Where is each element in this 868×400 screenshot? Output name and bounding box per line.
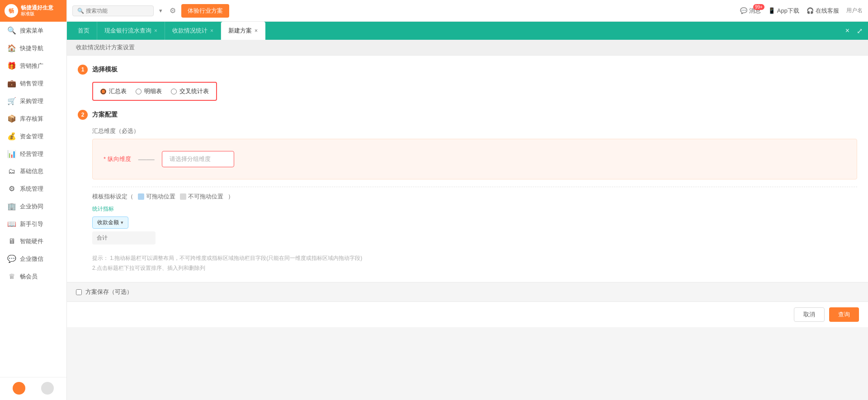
sidebar-item-newbie[interactable]: 📖 新手引导 (0, 215, 66, 233)
radio-cross[interactable]: 交叉统计表 (171, 87, 209, 95)
sidebar-item-purchase[interactable]: 🛒 采购管理 (0, 92, 66, 110)
form-container: 1 选择模板 汇总表 明细表 交叉统计表 2 (67, 56, 868, 282)
sidebar-item-label: 快捷导航 (20, 44, 43, 52)
radio-detail[interactable]: 明细表 (136, 87, 162, 95)
subtotal-row: 合计 (92, 231, 156, 245)
radio-cross-input[interactable] (171, 89, 177, 94)
download-button[interactable]: 📱 App下载 (768, 7, 799, 15)
movable-label: 可拖动位置 (146, 193, 175, 201)
sidebar-item-search-menu[interactable]: 🔍 搜索菜单 (0, 22, 66, 39)
tab-new-plan-label: 新建方案 (228, 27, 252, 35)
metrics-title-end: ） (228, 193, 234, 201)
chip-label: 收款金额 (97, 219, 119, 226)
stats-group: 统计指标 收款金额 ▾ 合计 (92, 204, 857, 245)
tab-stats-close[interactable]: × (210, 28, 213, 34)
config-section: 汇总维度（必选） * 纵向维度 —— 请选择分组维度 模板指标设定（ 可拖动位置 (92, 127, 857, 273)
gear-icon[interactable]: ⚙ (168, 5, 178, 17)
chevron-down-icon[interactable]: ▾ (157, 5, 164, 16)
service-button[interactable]: 🎧 在线客服 (807, 7, 839, 15)
template-selector-box: 汇总表 明细表 交叉统计表 (92, 82, 217, 101)
download-icon: 📱 (768, 7, 775, 14)
logo-title: 畅捷通好生意 (21, 5, 53, 11)
sidebar-item-sales[interactable]: 💼 销售管理 (0, 75, 66, 92)
main-area: 🔍 ▾ ⚙ 体验行业方案 💬 消息 99+ 📱 App下载 🎧 在线客服 用户名 (67, 0, 868, 400)
purchase-icon: 🛒 (7, 97, 16, 105)
step2-label: 方案配置 (92, 111, 118, 119)
tab-close-all-icon[interactable]: × (844, 25, 851, 37)
tab-fullscreen-icon[interactable]: ⤢ (855, 25, 864, 37)
metric-chips-row: 收款金额 ▾ (92, 216, 857, 231)
notification-badge: 99+ (753, 4, 764, 10)
save-checkbox[interactable] (76, 289, 82, 295)
radio-summary-label[interactable]: 汇总表 (109, 87, 127, 95)
sidebar-item-label: 销售管理 (20, 80, 43, 88)
search-menu-icon: 🔍 (7, 26, 16, 35)
radio-detail-label[interactable]: 明细表 (144, 87, 162, 95)
topbar-search-box[interactable]: 🔍 (72, 5, 154, 16)
message-icon: 💬 (740, 7, 747, 14)
sidebar-item-member[interactable]: ♕ 畅会员 (0, 268, 66, 285)
cancel-button[interactable]: 取消 (794, 307, 825, 322)
enterprise-icon: 🏢 (7, 202, 16, 211)
dimension-selector[interactable]: 请选择分组维度 (162, 151, 234, 167)
radio-detail-input[interactable] (136, 89, 142, 94)
sidebar-item-basic-info[interactable]: 🗂 基础信息 (0, 163, 66, 180)
smart-hw-icon: 🖥 (7, 237, 16, 245)
sidebar-item-label: 智能硬件 (20, 237, 43, 245)
dimension-area: * 纵向维度 —— 请选择分组维度 (92, 139, 857, 179)
sidebar-item-wechat[interactable]: 💬 企业微信 (0, 250, 66, 268)
tab-bank-flow[interactable]: 现金银行流水查询 × (97, 22, 165, 40)
tab-home[interactable]: 首页 (71, 22, 97, 40)
search-input[interactable] (86, 8, 140, 14)
sidebar-item-smart-hw[interactable]: 🖥 智能硬件 (0, 233, 66, 250)
operations-icon: 📊 (7, 150, 16, 158)
sidebar-item-system[interactable]: ⚙ 系统管理 (0, 180, 66, 198)
sidebar-item-label: 搜索菜单 (20, 27, 43, 35)
tabbar: 首页 现金银行流水查询 × 收款情况统计 × 新建方案 × × ⤢ (67, 22, 868, 40)
sidebar-item-marketing[interactable]: 🎁 营销推广 (0, 57, 66, 75)
footer-bar: 取消 查询 (67, 301, 868, 327)
username-display: 用户名 (846, 7, 863, 14)
metric-chip-amount[interactable]: 收款金额 ▾ (92, 216, 128, 229)
sidebar-bottom (0, 377, 66, 400)
radio-summary-input[interactable] (100, 89, 106, 94)
sidebar-item-label: 企业微信 (20, 255, 43, 263)
sidebar-item-quick-nav[interactable]: 🏠 快捷导航 (0, 39, 66, 57)
sidebar-item-inventory[interactable]: 📦 库存核算 (0, 110, 66, 127)
metrics-label-row: 模板指标设定（ 可拖动位置 不可拖动位置 ） (92, 193, 857, 201)
logo-text-block: 畅捷通好生意 标准版 (21, 5, 53, 17)
metrics-title-start: 模板指标设定（ (92, 193, 133, 201)
tab-bank-flow-close[interactable]: × (154, 28, 157, 34)
tab-home-label: 首页 (78, 27, 90, 35)
step1-badge: 1 (78, 65, 88, 75)
sidebar-bottom-avatar2[interactable] (41, 382, 54, 395)
sidebar-item-label: 资金管理 (20, 132, 43, 141)
radio-summary[interactable]: 汇总表 (100, 87, 127, 95)
finance-icon: 💰 (7, 132, 16, 141)
page-title: 收款情况统计方案设置 (67, 40, 868, 56)
tab-stats[interactable]: 收款情况统计 × (165, 22, 221, 40)
sidebar-bottom-avatar1[interactable] (13, 382, 25, 395)
trial-button[interactable]: 体验行业方案 (181, 4, 229, 18)
sidebar-item-label: 库存核算 (20, 115, 43, 123)
step2-row: 2 方案配置 (78, 110, 857, 120)
service-label: 在线客服 (816, 7, 839, 15)
query-button[interactable]: 查询 (829, 307, 859, 322)
tab-new-plan[interactable]: 新建方案 × (221, 22, 265, 40)
sidebar-item-finance[interactable]: 💰 资金管理 (0, 127, 66, 145)
notification-button[interactable]: 💬 消息 99+ (740, 7, 761, 15)
metrics-section: 模板指标设定（ 可拖动位置 不可拖动位置 ） 统计指标 (92, 193, 857, 245)
sidebar-item-operations[interactable]: 📊 经营管理 (0, 145, 66, 163)
save-label[interactable]: 方案保存（可选） (85, 288, 132, 296)
inventory-icon: 📦 (7, 114, 16, 123)
sidebar-item-enterprise[interactable]: 🏢 企业协同 (0, 198, 66, 215)
tab-new-plan-close[interactable]: × (255, 28, 258, 34)
tips-section: 提示： 1.拖动标题栏可以调整布局，不可跨维度或指标区域拖动栏目字段(只能在同一… (92, 254, 857, 273)
save-row: 方案保存（可选） (67, 282, 868, 301)
download-label: App下载 (777, 7, 799, 15)
non-movable-indicator: 不可拖动位置 (180, 193, 223, 201)
radio-cross-label[interactable]: 交叉统计表 (179, 87, 209, 95)
step1-label: 选择模板 (92, 66, 118, 74)
tip-line1: 提示： 1.拖动标题栏可以调整布局，不可跨维度或指标区域拖动栏目字段(只能在同一… (92, 254, 857, 264)
sidebar: 畅 畅捷通好生意 标准版 🔍 搜索菜单 🏠 快捷导航 🎁 营销推广 💼 销售管理… (0, 0, 67, 400)
